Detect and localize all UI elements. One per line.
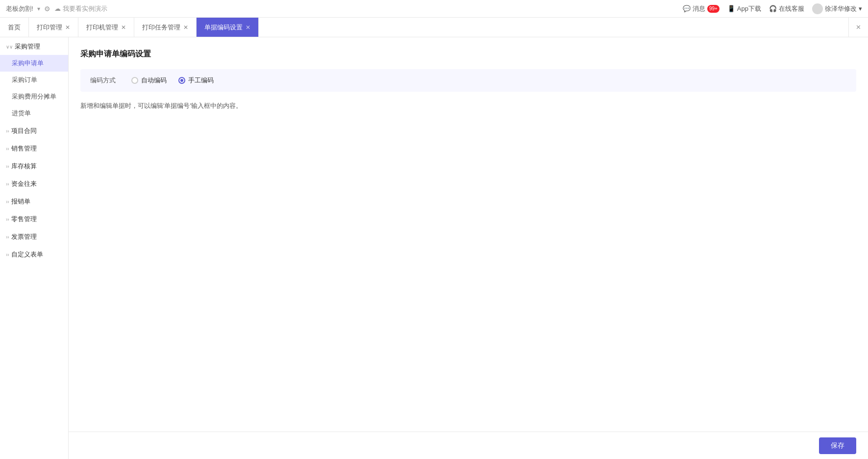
sidebar-group-expense-report: › 报销单 — [0, 192, 68, 210]
chevron-down-icon: ∨ — [6, 44, 13, 50]
app-label: App下载 — [737, 4, 761, 13]
tab-bill-code[interactable]: 单据编码设置 ✕ — [197, 18, 259, 37]
sidebar-group-purchase: ∨ 采购管理 采购申请单 采购订单 采购费用分摊单 进货单 — [0, 37, 68, 122]
sidebar-group-retail-label: 零售管理 — [11, 215, 37, 224]
gear-icon[interactable]: ⚙ — [44, 5, 50, 13]
sidebar-group-invoice-label: 发票管理 — [11, 232, 37, 241]
sidebar-group-retail-title[interactable]: › 零售管理 — [0, 210, 68, 228]
sidebar-group-invoice: › 发票管理 — [0, 228, 68, 245]
sidebar-group-expense-report-label: 报销单 — [11, 197, 30, 206]
cloud-icon: ☁ — [54, 5, 61, 12]
sidebar-group-project-label: 项目合同 — [11, 127, 37, 135]
tab-bar: 首页 打印管理 ✕ 打印机管理 ✕ 打印任务管理 ✕ 单据编码设置 ✕ ✕ — [0, 18, 868, 37]
sidebar-group-sales-title[interactable]: › 销售管理 — [0, 139, 68, 157]
sidebar-item-purchase-request-label: 采购申请单 — [12, 59, 44, 67]
message-label: 消息 — [693, 4, 705, 13]
content-inner: 采购申请单编码设置 编码方式 自动编码 手工编码 新增和编辑单据时，可以编辑'单… — [69, 37, 868, 432]
user-menu-button[interactable]: 徐泽华修改 ▾ — [812, 3, 862, 14]
sidebar: ∨ 采购管理 采购申请单 采购订单 采购费用分摊单 进货单 › 项目合同 — [0, 37, 69, 459]
tab-home[interactable]: 首页 — [0, 18, 29, 37]
sidebar-item-stock-in-label: 进货单 — [12, 109, 31, 117]
main-layout: ∨ 采购管理 采购申请单 采购订单 采购费用分摊单 进货单 › 项目合同 — [0, 37, 868, 459]
sidebar-group-capital: › 资金往来 — [0, 175, 68, 192]
chevron-right-icon: › — [6, 128, 9, 134]
tab-close-all[interactable]: ✕ — [848, 18, 868, 37]
sidebar-group-capital-title[interactable]: › 资金往来 — [0, 175, 68, 192]
manual-code-radio[interactable] — [178, 77, 185, 84]
tab-bill-code-label: 单据编码设置 — [204, 23, 243, 32]
chevron-right-icon-expense: › — [6, 199, 9, 204]
content-area: 采购申请单编码设置 编码方式 自动编码 手工编码 新增和编辑单据时，可以编辑'单… — [69, 37, 868, 459]
tab-print-task[interactable]: 打印任务管理 ✕ — [134, 18, 197, 37]
sidebar-group-purchase-label: 采购管理 — [15, 42, 40, 51]
top-bar-left: 老板勿割! ▾ ⚙ ☁ 我要看实例演示 — [6, 4, 107, 13]
sidebar-group-expense-report-title[interactable]: › 报销单 — [0, 192, 68, 210]
hint-text: 新增和编辑单据时，可以编辑'单据编号'输入框中的内容。 — [80, 102, 856, 110]
manual-code-label: 手工编码 — [188, 76, 214, 85]
sidebar-group-inventory-label: 库存核算 — [11, 162, 37, 171]
sidebar-group-project: › 项目合同 — [0, 122, 68, 139]
tab-print-mgmt-label: 打印管理 — [37, 23, 62, 32]
tab-print-task-label: 打印任务管理 — [142, 23, 180, 32]
sidebar-item-purchase-request[interactable]: 采购申请单 — [0, 55, 68, 72]
manual-code-option[interactable]: 手工编码 — [178, 76, 214, 85]
tab-print-mgmt[interactable]: 打印管理 ✕ — [29, 18, 78, 37]
app-download-button[interactable]: 📱 App下载 — [727, 4, 761, 13]
avatar — [812, 3, 823, 14]
search-bar[interactable]: ☁ 我要看实例演示 — [54, 4, 107, 13]
service-label: 在线客服 — [779, 4, 804, 13]
online-service-button[interactable]: 🎧 在线客服 — [769, 4, 804, 13]
page-title: 采购申请单编码设置 — [80, 49, 856, 59]
tab-printer-mgmt[interactable]: 打印机管理 ✕ — [78, 18, 134, 37]
service-icon: 🎧 — [769, 5, 777, 12]
tab-printer-mgmt-label: 打印机管理 — [86, 23, 118, 32]
encoding-method-label: 编码方式 — [90, 76, 116, 85]
user-dropdown-icon: ▾ — [859, 5, 862, 12]
user-name: 徐泽华修改 — [825, 4, 857, 13]
sidebar-group-custom-form-label: 自定义表单 — [11, 250, 43, 259]
message-icon: 💬 — [683, 5, 691, 12]
tab-print-task-close[interactable]: ✕ — [183, 24, 188, 31]
save-button[interactable]: 保存 — [819, 437, 856, 454]
tab-printer-mgmt-close[interactable]: ✕ — [121, 24, 126, 31]
auto-code-label: 自动编码 — [141, 76, 167, 85]
chevron-right-icon-sales: › — [6, 146, 9, 152]
sidebar-item-purchase-expense-label: 采购费用分摊单 — [12, 93, 56, 100]
chevron-right-icon-retail: › — [6, 217, 9, 222]
top-bar: 老板勿割! ▾ ⚙ ☁ 我要看实例演示 💬 消息 99+ 📱 App下载 🎧 在… — [0, 0, 868, 18]
sidebar-item-purchase-order-label: 采购订单 — [12, 76, 37, 83]
sidebar-group-project-title[interactable]: › 项目合同 — [0, 122, 68, 139]
sidebar-group-retail: › 零售管理 — [0, 210, 68, 228]
message-badge: 99+ — [707, 5, 719, 13]
tab-home-label: 首页 — [8, 23, 21, 32]
brand-label: 老板勿割! — [6, 4, 33, 13]
sidebar-group-purchase-title[interactable]: ∨ 采购管理 — [0, 37, 68, 55]
footer-bar: 保存 — [69, 432, 868, 459]
encoding-section: 编码方式 自动编码 手工编码 — [80, 69, 856, 92]
sidebar-group-sales: › 销售管理 — [0, 139, 68, 157]
sidebar-group-custom-form-title[interactable]: › 自定义表单 — [0, 245, 68, 263]
sidebar-group-inventory-title[interactable]: › 库存核算 — [0, 157, 68, 175]
tab-bill-code-close[interactable]: ✕ — [246, 24, 250, 31]
sidebar-group-capital-label: 资金往来 — [11, 179, 37, 188]
search-placeholder-text: 我要看实例演示 — [63, 4, 107, 13]
chevron-right-icon-invoice: › — [6, 234, 9, 240]
sidebar-group-inventory: › 库存核算 — [0, 157, 68, 175]
message-button[interactable]: 💬 消息 99+ — [683, 4, 719, 13]
auto-code-option[interactable]: 自动编码 — [131, 76, 167, 85]
chevron-right-icon-capital: › — [6, 181, 9, 187]
sidebar-group-sales-label: 销售管理 — [11, 144, 37, 153]
chevron-right-icon-custom: › — [6, 252, 9, 257]
sidebar-item-purchase-order[interactable]: 采购订单 — [0, 72, 68, 88]
tab-print-mgmt-close[interactable]: ✕ — [65, 24, 70, 31]
app-icon: 📱 — [727, 5, 735, 12]
sidebar-group-custom-form: › 自定义表单 — [0, 245, 68, 263]
chevron-right-icon-inventory: › — [6, 164, 9, 169]
sidebar-item-stock-in[interactable]: 进货单 — [0, 105, 68, 122]
sidebar-group-invoice-title[interactable]: › 发票管理 — [0, 228, 68, 245]
sidebar-item-purchase-expense[interactable]: 采购费用分摊单 — [0, 88, 68, 105]
top-bar-right: 💬 消息 99+ 📱 App下载 🎧 在线客服 徐泽华修改 ▾ — [683, 3, 862, 14]
dropdown-arrow-icon[interactable]: ▾ — [37, 5, 40, 12]
auto-code-radio[interactable] — [131, 77, 138, 84]
